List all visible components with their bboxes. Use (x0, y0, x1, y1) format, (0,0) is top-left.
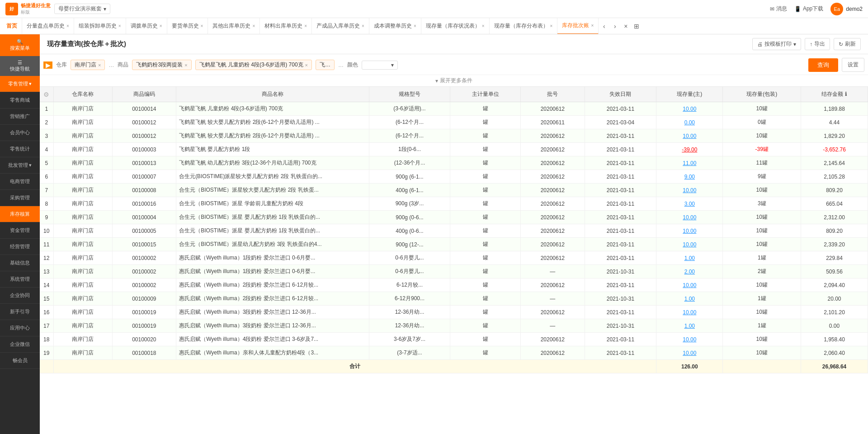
close-icon[interactable]: × (362, 24, 364, 28)
refresh-button[interactable]: ↻ 刷新 (834, 38, 861, 50)
sidebar-item-system[interactable]: 系统管理 (0, 271, 40, 288)
row-qty-main[interactable]: 10.00 (656, 224, 723, 238)
sidebar-quick-nav[interactable]: ☰ 快捷导航 (0, 56, 40, 76)
row-qty-main[interactable]: 9.00 (656, 170, 723, 184)
row-code: 00100015 (112, 238, 176, 251)
row-qty-main[interactable]: 2.00 (656, 265, 723, 278)
row-qty-main[interactable]: 3.00 (656, 197, 723, 211)
close-icon[interactable]: × (201, 24, 203, 28)
row-spec: (3-7岁适... (369, 346, 450, 360)
row-qty-main[interactable]: 1.00 (656, 319, 723, 333)
nav-prev-arrow[interactable]: ‹ (599, 18, 609, 34)
sidebar-item-appcenter[interactable]: 应用中心 (0, 320, 40, 336)
row-qty-main[interactable]: 10.00 (656, 238, 723, 251)
product-tag-2-remove[interactable]: × (305, 62, 308, 68)
sidebar-item-finance[interactable]: 资金管理 (0, 222, 40, 239)
row-qty-main[interactable]: 11.00 (656, 156, 723, 170)
col-settings: ⚙ (40, 87, 53, 102)
message-action[interactable]: ✉ 消息 (770, 5, 787, 13)
row-qty-main[interactable]: 10.00 (656, 306, 723, 319)
row-qty-main[interactable]: 10.00 (656, 346, 723, 360)
print-button[interactable]: 🖨 按模板打印 ▾ (752, 38, 801, 50)
row-qty-main[interactable]: 1.00 (656, 251, 723, 265)
color-dropdown[interactable]: ▾ (362, 61, 398, 70)
tab-material-out[interactable]: 材料出库单历史 × (260, 18, 312, 34)
row-qty-main[interactable]: 10.00 (656, 278, 723, 292)
sidebar-item-enterprise[interactable]: 企业协同 (0, 288, 40, 304)
close-icon[interactable]: × (66, 24, 69, 28)
expand-more-btn[interactable]: ▾ 展开更多条件 (40, 75, 868, 86)
message-icon: ✉ (770, 6, 774, 12)
row-qty-main[interactable]: 10.00 (656, 184, 723, 197)
close-icon[interactable]: × (550, 24, 553, 28)
row-unit: 罐 (450, 143, 521, 156)
tab-split-stock[interactable]: 分量盘点单历史 × (22, 18, 74, 34)
sidebar-item-purchase[interactable]: 采购管理 (0, 190, 40, 206)
close-icon[interactable]: × (118, 24, 121, 28)
row-expiry: 2021-03-11 (585, 306, 656, 319)
tab-disassemble[interactable]: 组装拆卸单历史 × (74, 18, 126, 34)
warehouse-remove-icon[interactable]: × (98, 62, 101, 68)
sidebar-item-retail[interactable]: 零售管理 ▾ (0, 76, 40, 92)
user-area[interactable]: Ea demo2 (830, 3, 863, 15)
row-qty-main[interactable]: 10.00 (656, 102, 723, 116)
row-qty-main[interactable]: -39.00 (656, 143, 723, 156)
product-dots[interactable]: … (338, 62, 344, 68)
row-qty-main[interactable]: 1.00 (656, 292, 723, 306)
sidebar-item-wholesale[interactable]: 批发管理 ▾ (0, 157, 40, 174)
sidebar-item-operations[interactable]: 经营管理 (0, 239, 40, 255)
tab-home[interactable]: 首页 (2, 18, 22, 34)
row-code: 00100012 (112, 129, 176, 143)
tab-batch-ledger[interactable]: 库存批次账 × (557, 18, 599, 34)
row-unit: 罐 (450, 184, 521, 197)
row-spec: (3-6岁适用)... (369, 102, 450, 116)
row-qty-main[interactable]: 0.00 (656, 116, 723, 129)
sidebar-item-retail-stats[interactable]: 零售统计 (0, 141, 40, 157)
tab-stock-dist[interactable]: 现存量（库存分布表） × (490, 18, 558, 34)
row-batch: — (521, 319, 585, 333)
row-spec: 3-6岁及7岁... (369, 333, 450, 346)
sidebar-item-inventory[interactable]: 库存核算 (0, 206, 40, 222)
tab-mix[interactable]: 调拨单历史 × (126, 18, 167, 34)
sidebar-item-retail-shop[interactable]: 零售商城 (0, 92, 40, 108)
row-qty-pkg: 10罐 (723, 306, 801, 319)
sidebar-item-basic[interactable]: 基础信息 (0, 255, 40, 271)
filter-expand-arrow[interactable]: ▶ (43, 61, 52, 69)
summary-row: 合计 126.00 26,968.64 (40, 360, 868, 373)
close-icon[interactable]: × (591, 23, 594, 28)
close-icon[interactable]: × (252, 24, 255, 28)
sidebar-item-ecommerce[interactable]: 电商管理 (0, 174, 40, 190)
tab-product-in[interactable]: 产成品入库单历史 × (312, 18, 369, 34)
export-button[interactable]: ↑ 导出 (805, 38, 830, 50)
settings-button[interactable]: 设置 (842, 58, 864, 72)
sidebar-item-enterprise-wx[interactable]: 企业微信 (0, 336, 40, 353)
row-qty-main[interactable]: 10.00 (656, 333, 723, 346)
nav-close-all[interactable]: × (620, 18, 631, 34)
sidebar-item-vip[interactable]: 畅会员 (0, 353, 40, 369)
tab-other-out[interactable]: 其他出库单历史 × (208, 18, 260, 34)
close-icon[interactable]: × (304, 24, 307, 28)
gear-icon[interactable]: ⚙ (43, 91, 49, 98)
table-area: ⚙ 仓库名称 商品编码 商品名称 规格型号 主计量单位 批号 失效日期 现存量(… (40, 87, 868, 434)
tab-requisition[interactable]: 要货单历史 × (167, 18, 208, 34)
sidebar-item-marketing[interactable]: 营销推广 (0, 108, 40, 125)
close-icon[interactable]: × (482, 24, 485, 28)
close-icon[interactable]: × (414, 24, 416, 28)
nav-next-arrow[interactable]: › (609, 18, 620, 34)
app-download-action[interactable]: 📱 App下载 (794, 5, 823, 13)
row-qty-main[interactable]: 10.00 (656, 129, 723, 143)
row-qty-main[interactable]: 10.00 (656, 211, 723, 224)
sidebar-search[interactable]: 🔍 搜索菜单 (0, 34, 40, 56)
product-tag-1-remove[interactable]: × (184, 62, 187, 68)
row-spec: 6-12月900... (369, 292, 450, 306)
tab-stock-status[interactable]: 现存量（库存状况表） × (421, 18, 490, 34)
query-button[interactable]: 查询 (808, 58, 838, 72)
close-icon[interactable]: × (160, 24, 162, 28)
sidebar-item-member[interactable]: 会员中心 (0, 125, 40, 141)
sidebar-item-newguide[interactable]: 新手引导 (0, 304, 40, 320)
row-code: 00100009 (112, 292, 176, 306)
store-selector[interactable]: 母婴行业演示账套 ▾ (54, 4, 110, 14)
warehouse-dots[interactable]: … (108, 62, 114, 68)
tab-cost-adj[interactable]: 成本调整单历史 × (369, 18, 421, 34)
nav-expand-icon[interactable]: ⊞ (631, 18, 642, 34)
